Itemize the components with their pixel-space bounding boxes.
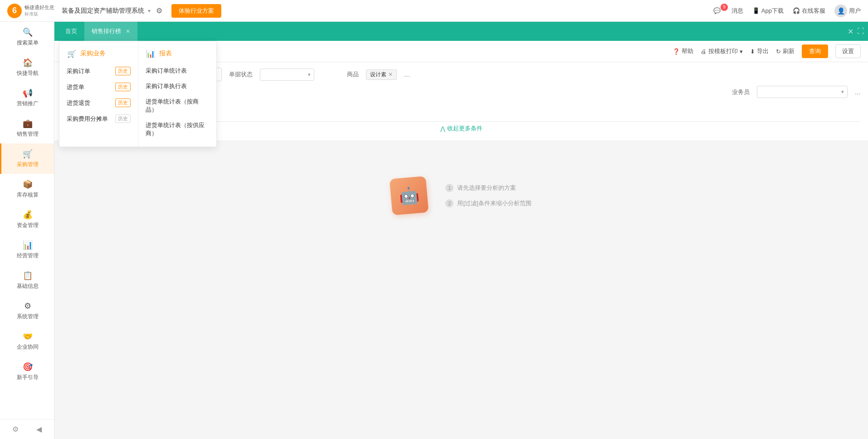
user-label: 用户 bbox=[849, 7, 861, 15]
sidebar-bottom: ⚙ ◀ bbox=[0, 419, 54, 439]
sidebar-item-label: 采购管理 bbox=[17, 161, 39, 168]
print-dropdown-icon[interactable]: ▾ bbox=[740, 48, 743, 55]
purchase-order-label: 采购订单 bbox=[67, 67, 90, 75]
purchase-business-col: 🛒 采购业务 采购订单 历史 进货单 历史 进货退货 历史 采购费用分摊单 历史 bbox=[59, 41, 138, 147]
empty-step-1: 请先选择要分析的方案 bbox=[457, 182, 516, 194]
purchase-order-stats-item[interactable]: 采购订单统计表 bbox=[138, 63, 217, 79]
query-button[interactable]: 查询 bbox=[802, 44, 828, 58]
online-service-label: 在线客服 bbox=[802, 7, 825, 15]
sidebar-item-basic-info[interactable]: 📋 基础信息 bbox=[0, 265, 54, 296]
sidebar-item-quick-nav[interactable]: 🏠 快捷导航 bbox=[0, 52, 54, 83]
salesperson-select[interactable] bbox=[757, 86, 848, 98]
tab-home[interactable]: 首页 bbox=[58, 22, 84, 41]
tab-bar: 首页 销售排行榜 ✕ ✕ ⛶ bbox=[54, 22, 868, 41]
header-right: 💬 9 消息 📱 App下载 🎧 在线客服 👤 用户 bbox=[713, 5, 861, 17]
logo-text: 畅捷通好生意 标准版 bbox=[24, 4, 54, 17]
logo-area: 6 畅捷通好生意 标准版 bbox=[7, 4, 62, 18]
step-1-num: 1 bbox=[445, 184, 454, 192]
purchase-expense-history-tag: 历史 bbox=[115, 114, 131, 123]
goods-label: 商品 bbox=[347, 70, 359, 79]
help-action[interactable]: ❓ 帮助 bbox=[673, 47, 693, 55]
goods-tag: 设计素 ✕ bbox=[366, 69, 397, 80]
message-action[interactable]: 💬 9 消息 bbox=[713, 7, 743, 15]
export-action[interactable]: ⬇ 导出 bbox=[750, 47, 769, 55]
sidebar-item-system[interactable]: ⚙ 系统管理 bbox=[0, 296, 54, 326]
user-action[interactable]: 👤 用户 bbox=[834, 5, 861, 17]
clipboard-icon: 📋 bbox=[23, 271, 33, 281]
print-action[interactable]: 🖨 按模板打印 ▾ bbox=[701, 47, 743, 55]
top-header: 6 畅捷通好生意 标准版 装备及固定资产辅助管理系统 ▾ ⚙ 体验行业方案 💬 … bbox=[0, 0, 868, 22]
help-label: 帮助 bbox=[682, 47, 693, 55]
stock-return-item[interactable]: 进货退货 历史 bbox=[59, 95, 138, 111]
sidebar-item-search[interactable]: 🔍 搜索菜单 bbox=[0, 22, 54, 52]
sidebar-item-purchase[interactable]: 🛒 采购管理 bbox=[0, 143, 54, 174]
tab-close-icon[interactable]: ✕ bbox=[126, 28, 130, 35]
goods-ellipsis[interactable]: ... bbox=[404, 70, 410, 79]
refresh-icon: ↻ bbox=[776, 48, 781, 55]
purchase-order-execute-item[interactable]: 采购订单执行表 bbox=[138, 79, 217, 94]
empty-state: 🤖 1 请先选择要分析的方案 2 用[过滤]条件来缩小分析范围 bbox=[54, 141, 868, 250]
purchase-order-history-tag: 历史 bbox=[115, 67, 131, 75]
sidebar-item-newbie[interactable]: 🎯 新手引导 bbox=[0, 356, 54, 387]
collapse-up-icon: ⋀ bbox=[440, 125, 445, 132]
refresh-label: 刷新 bbox=[783, 47, 795, 55]
online-service-action[interactable]: 🎧 在线客服 bbox=[793, 7, 825, 15]
system-title-area: 装备及固定资产辅助管理系统 ▾ ⚙ 体验行业方案 bbox=[62, 4, 713, 18]
salesperson-select-wrapper bbox=[757, 86, 848, 98]
salesperson-label: 业务员 bbox=[732, 88, 750, 96]
sidebar-item-cooperation[interactable]: 🤝 企业协同 bbox=[0, 326, 54, 356]
tab-expand-icon[interactable]: ⛶ bbox=[857, 27, 864, 35]
logo-line1: 畅捷通好生意 bbox=[24, 4, 54, 10]
message-icon: 💬 bbox=[713, 7, 721, 14]
tab-bar-right: ✕ ⛶ bbox=[848, 27, 864, 36]
stock-in-item[interactable]: 进货单 历史 bbox=[59, 79, 138, 95]
purchase-order-item[interactable]: 采购订单 历史 bbox=[59, 63, 138, 79]
voucher-status-label: 单据状态 bbox=[229, 70, 253, 79]
handshake-icon: 🤝 bbox=[23, 331, 33, 341]
print-icon: 🖨 bbox=[701, 48, 707, 55]
salesperson-ellipsis[interactable]: ... bbox=[855, 88, 861, 96]
stock-stats-by-supplier-item[interactable]: 进货单统计表（按供应商） bbox=[138, 118, 217, 141]
purchase-col-title: 采购业务 bbox=[80, 49, 106, 58]
trial-button[interactable]: 体验行业方案 bbox=[171, 4, 221, 18]
sidebar-item-label: 库存核算 bbox=[17, 191, 39, 199]
chart-icon: 📊 bbox=[23, 240, 33, 250]
sidebar-item-operations[interactable]: 📊 经营管理 bbox=[0, 235, 54, 265]
sidebar: 🔍 搜索菜单 🏠 快捷导航 📢 营销推广 💼 销售管理 🛒 采购管理 📦 库存核… bbox=[0, 22, 54, 439]
sidebar-item-funds[interactable]: 💰 资金管理 bbox=[0, 204, 54, 235]
sidebar-item-sales[interactable]: 💼 销售管理 bbox=[0, 113, 54, 143]
collapse-label: 收起更多条件 bbox=[447, 124, 483, 133]
headset-icon: 🎧 bbox=[793, 7, 800, 14]
purchase-order-execute-label: 采购订单执行表 bbox=[146, 82, 187, 90]
report-col-title: 报表 bbox=[159, 49, 172, 58]
tab-close-all-icon[interactable]: ✕ bbox=[848, 27, 853, 36]
tab-sales-ranking[interactable]: 销售排行榜 ✕ bbox=[84, 22, 137, 41]
empty-text: 1 请先选择要分析的方案 2 用[过滤]条件来缩小分析范围 bbox=[445, 182, 531, 209]
cart-icon: 🛒 bbox=[23, 149, 33, 159]
stock-stats-by-goods-item[interactable]: 进货单统计表（按商品） bbox=[138, 94, 217, 118]
app-download-action[interactable]: 📱 App下载 bbox=[752, 7, 784, 15]
sidebar-item-marketing[interactable]: 📢 营销推广 bbox=[0, 83, 54, 113]
stock-stats-by-supplier-label: 进货单统计表（按供应商） bbox=[146, 121, 210, 138]
box-icon: 📦 bbox=[23, 179, 33, 189]
sidebar-item-inventory[interactable]: 📦 库存核算 bbox=[0, 174, 54, 204]
bottom-settings-icon[interactable]: ⚙ bbox=[12, 425, 19, 434]
goods-tag-close[interactable]: ✕ bbox=[388, 71, 393, 78]
purchase-business-header: 🛒 采购业务 bbox=[59, 47, 138, 63]
purchase-expense-item[interactable]: 采购费用分摊单 历史 bbox=[59, 111, 138, 127]
system-dropdown-arrow[interactable]: ▾ bbox=[148, 8, 151, 14]
collapse-sidebar-icon[interactable]: ◀ bbox=[36, 425, 42, 434]
settings-button[interactable]: 设置 bbox=[835, 44, 861, 58]
export-icon: ⬇ bbox=[750, 48, 755, 55]
step-2-num: 2 bbox=[445, 199, 454, 207]
system-settings-icon[interactable]: ⚙ bbox=[156, 6, 162, 15]
stock-return-label: 进货退货 bbox=[67, 99, 90, 107]
voucher-status-select[interactable] bbox=[260, 69, 314, 81]
export-label: 导出 bbox=[757, 47, 769, 55]
app-download-label: App下载 bbox=[761, 7, 784, 15]
refresh-action[interactable]: ↻ 刷新 bbox=[776, 47, 795, 55]
report-col-header: 📊 报表 bbox=[138, 47, 217, 63]
sidebar-item-label: 销售管理 bbox=[17, 130, 39, 138]
system-title-text: 装备及固定资产辅助管理系统 bbox=[62, 7, 144, 15]
gear-icon: ⚙ bbox=[24, 301, 31, 311]
